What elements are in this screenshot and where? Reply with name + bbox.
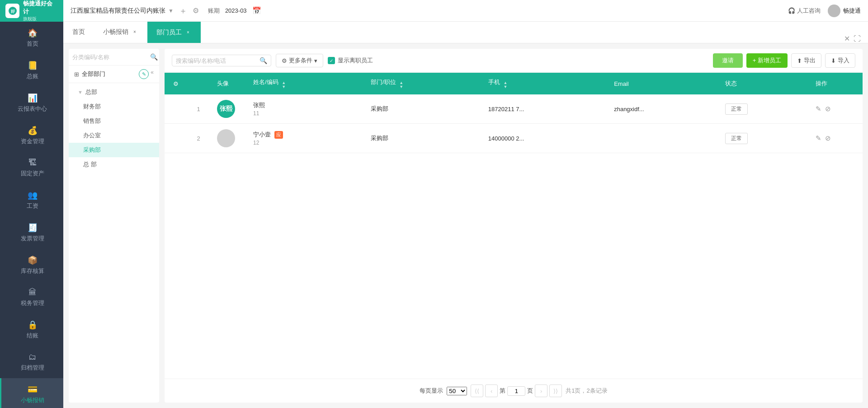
dept-edit-button[interactable]: ✎: [139, 69, 149, 79]
user-menu[interactable]: 畅捷通: [828, 5, 861, 17]
add-employee-button[interactable]: + 新增员工: [746, 53, 788, 68]
col-dept: 部门/职位 ▲▼: [363, 73, 481, 94]
dept-node-general[interactable]: 总 部: [69, 157, 159, 172]
name-code-group: 张熙 11: [253, 101, 356, 117]
period-label: 账期: [208, 7, 220, 15]
phone-sort-icon[interactable]: ▲▼: [503, 81, 507, 89]
employee-search-input[interactable]: [176, 57, 258, 64]
dept-node-head[interactable]: ▼ 总部: [69, 85, 159, 99]
first-page-button[interactable]: ⟨⟨: [471, 385, 483, 397]
sidebar-item-archive-label: 归档管理: [21, 364, 44, 372]
logo-text: 畅捷通好会计: [23, 0, 58, 16]
row-settings-cell: [165, 124, 187, 153]
dept-node-sales[interactable]: 销售部: [69, 114, 159, 128]
dept-sort-icon[interactable]: ▲▼: [399, 81, 403, 89]
capital-icon: 💰: [28, 126, 38, 136]
sidebar-item-tax[interactable]: 🏛 税务管理: [0, 281, 63, 314]
logo-icon: 好: [5, 4, 19, 18]
sidebar-item-reports[interactable]: 📊 云报表中心: [0, 87, 63, 119]
more-filter-button[interactable]: ⚙ 更多条件 ▾: [276, 54, 323, 67]
row-phone-cell: 18720211 7...: [481, 94, 607, 124]
employee-search-icon[interactable]: 🔍: [259, 57, 267, 64]
calendar-icon[interactable]: 📅: [252, 6, 261, 15]
sidebar-item-home-label: 首页: [27, 40, 38, 48]
tab-expense-close[interactable]: ×: [131, 28, 138, 36]
help-label: 人工咨询: [797, 7, 821, 15]
filter-label: 更多条件: [289, 56, 312, 65]
invoice-icon: 🧾: [28, 223, 38, 233]
sidebar-item-invoice-label: 发票管理: [21, 234, 44, 243]
sidebar-item-home[interactable]: 🏠 首页: [0, 22, 63, 54]
col-actions: 操作: [808, 73, 863, 94]
export-button[interactable]: ⬆ 导出: [791, 53, 821, 68]
expand-arrow-icon: ▼: [78, 89, 83, 95]
inventory-icon: 📦: [28, 255, 38, 265]
sidebar-item-salary[interactable]: 👥 工资: [0, 184, 63, 216]
prev-page-button[interactable]: ‹: [485, 385, 498, 397]
tab-employees-close[interactable]: ×: [184, 29, 192, 36]
sidebar-item-inventory[interactable]: 📦 库存核算: [0, 249, 63, 281]
dept-node-finance[interactable]: 财务部: [69, 99, 159, 114]
sidebar-item-capital[interactable]: 💰 资金管理: [0, 119, 63, 152]
company-selector[interactable]: 江西服宝精品有限责任公司内账张 ▼: [71, 7, 174, 15]
dept-header-actions: ✎ «: [139, 69, 154, 79]
status-badge: 正常: [725, 103, 748, 115]
import-icon: ⬇: [831, 57, 836, 64]
last-page-button[interactable]: ⟩⟩: [549, 385, 562, 397]
col-phone: 手机 ▲▼: [481, 73, 607, 94]
tab-expense[interactable]: 小畅报销 ×: [94, 22, 147, 43]
employee-panel: 🔍 ⚙ 更多条件 ▾ ✓ 显示离职员工 邀请 + 新增员工: [165, 49, 863, 403]
sidebar-item-close[interactable]: 🔒 结账: [0, 314, 63, 346]
row-index: 2: [187, 124, 210, 153]
export-icon: ⬆: [797, 57, 802, 64]
sidebar-item-assets[interactable]: 🏗 固定资产: [0, 152, 63, 184]
per-page-select[interactable]: 50 10 20 100: [447, 387, 467, 395]
tax-icon: 🏛: [28, 288, 37, 297]
employee-dept: 采购部: [371, 135, 388, 141]
delete-employee-icon[interactable]: ⊘: [825, 105, 831, 113]
sidebar-item-expense[interactable]: 💳 小畅报销: [0, 378, 63, 408]
tab-home[interactable]: 首页: [63, 22, 94, 43]
sidebar-item-ledger[interactable]: 📒 总账: [0, 54, 63, 87]
sidebar-item-assets-label: 固定资产: [21, 169, 44, 178]
name-code-group: 宁小壹 应 12: [253, 131, 356, 146]
edit-employee-icon[interactable]: ✎: [816, 105, 821, 113]
sidebar-item-capital-label: 资金管理: [21, 137, 44, 145]
show-resigned-toggle[interactable]: ✓ 显示离职员工: [328, 56, 373, 65]
sidebar-item-invoice[interactable]: 🧾 发票管理: [0, 216, 63, 249]
action-icons: ✎ ⊘: [816, 105, 855, 113]
dept-collapse-button[interactable]: «: [151, 69, 154, 79]
dept-search-icon[interactable]: 🔍: [150, 53, 158, 61]
page-number-input[interactable]: [507, 386, 525, 396]
dept-node-purchase[interactable]: 采购部: [69, 143, 159, 157]
row-name-cell: 宁小壹 应 12: [246, 124, 363, 153]
table-row: 1 张熙 张熙 11 采购部 18720211 7... zhangxidf..…: [165, 94, 863, 124]
delete-employee-icon[interactable]: ⊘: [825, 134, 831, 142]
show-resigned-checkbox[interactable]: ✓: [328, 57, 335, 64]
avatar: 张熙: [217, 100, 235, 118]
edit-employee-icon[interactable]: ✎: [816, 134, 821, 142]
row-dept-cell: 采购部: [363, 94, 481, 124]
sidebar-item-reports-label: 云报表中心: [18, 105, 47, 113]
dept-node-office[interactable]: 办公室: [69, 128, 159, 143]
next-page-button[interactable]: ›: [535, 385, 547, 397]
tab-maximize-icon[interactable]: ⛶: [854, 35, 861, 43]
row-avatar-cell: [210, 124, 246, 153]
dept-node-sales-label: 销售部: [83, 117, 101, 125]
import-label: 导入: [838, 56, 849, 65]
settings-icon[interactable]: ⚙: [193, 6, 199, 15]
invite-button[interactable]: 邀请: [713, 53, 743, 68]
dept-search-input[interactable]: [72, 54, 148, 61]
tab-bar-right: ✕ ⛶: [844, 34, 868, 43]
help-button[interactable]: 🎧 人工咨询: [788, 7, 821, 15]
all-dept-header[interactable]: ⊞ 全部部门 ✎ «: [69, 66, 159, 83]
col-settings-icon[interactable]: ⚙: [173, 80, 179, 87]
sidebar-item-archive[interactable]: 🗂 归档管理: [0, 346, 63, 378]
import-button[interactable]: ⬇ 导入: [825, 53, 855, 68]
col-index: [187, 73, 210, 94]
tab-employees[interactable]: 部门员工 ×: [147, 22, 201, 43]
name-sort-icon[interactable]: ▲▼: [282, 81, 286, 89]
row-status-cell: 正常: [718, 94, 808, 124]
tab-close-all-icon[interactable]: ✕: [844, 34, 850, 43]
add-company-icon[interactable]: ＋: [179, 5, 187, 16]
